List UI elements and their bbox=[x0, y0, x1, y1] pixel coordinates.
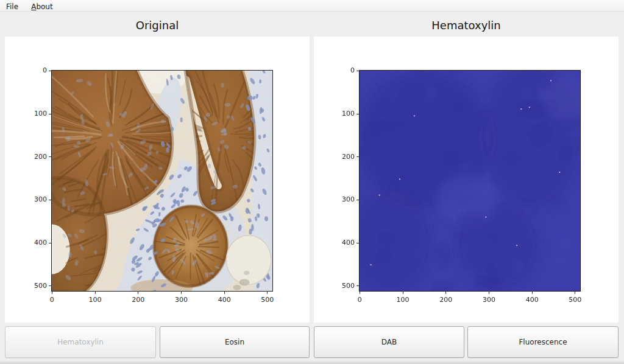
x-tick-label: 300 bbox=[175, 296, 188, 304]
y-tick-mark bbox=[49, 285, 51, 286]
x-tick-mark bbox=[489, 292, 489, 294]
y-tick-label: 500 bbox=[34, 282, 47, 290]
original-plot: 01002003004005000100200300400500 bbox=[52, 71, 272, 291]
x-tick-label: 300 bbox=[483, 296, 495, 304]
y-tick-mark bbox=[49, 200, 51, 200]
y-tick-label: 400 bbox=[342, 239, 355, 247]
hematoxylin-plot: 01002003004005000100200300400500 bbox=[360, 71, 580, 291]
x-tick-label: 500 bbox=[261, 296, 274, 304]
y-tick-label: 200 bbox=[34, 153, 47, 161]
hematoxylin-panel-title: Hematoxylin bbox=[314, 18, 619, 33]
original-panel-title: Original bbox=[5, 18, 310, 33]
y-tick-mark bbox=[49, 156, 51, 157]
x-tick-mark bbox=[445, 292, 446, 294]
x-tick-label: 200 bbox=[439, 296, 452, 304]
x-tick-label: 100 bbox=[397, 296, 410, 304]
y-tick-label: 100 bbox=[342, 110, 355, 117]
x-tick-label: 0 bbox=[50, 296, 54, 304]
y-tick-mark bbox=[356, 285, 359, 286]
hematoxylin-figure-panel: 01002003004005000100200300400500 bbox=[314, 37, 619, 323]
x-tick-mark bbox=[224, 292, 225, 294]
menubar: File About bbox=[0, 0, 624, 12]
x-tick-mark bbox=[52, 292, 52, 294]
x-tick-label: 100 bbox=[89, 296, 102, 304]
y-tick-label: 300 bbox=[342, 196, 355, 204]
x-tick-mark bbox=[181, 292, 182, 294]
y-tick-mark bbox=[356, 156, 359, 157]
x-tick-mark bbox=[360, 292, 360, 294]
y-tick-mark bbox=[356, 243, 359, 243]
y-tick-label: 400 bbox=[34, 239, 47, 247]
fluorescence-button[interactable]: Fluorescence bbox=[467, 326, 619, 358]
y-tick-mark bbox=[356, 200, 359, 200]
y-tick-label: 0 bbox=[350, 67, 355, 75]
x-tick-mark bbox=[138, 292, 138, 294]
eosin-button[interactable]: Eosin bbox=[160, 326, 310, 358]
y-tick-mark bbox=[49, 114, 51, 114]
y-tick-mark bbox=[356, 71, 359, 71]
hematoxylin-channel-image bbox=[360, 71, 580, 291]
x-tick-mark bbox=[95, 292, 96, 294]
x-tick-mark bbox=[403, 292, 403, 294]
y-tick-label: 200 bbox=[342, 153, 355, 161]
x-tick-label: 200 bbox=[132, 296, 144, 304]
y-tick-mark bbox=[49, 243, 51, 243]
x-tick-mark bbox=[267, 292, 268, 294]
dab-button[interactable]: DAB bbox=[314, 326, 464, 358]
y-tick-label: 300 bbox=[34, 196, 47, 204]
menu-about[interactable]: About bbox=[26, 1, 58, 12]
menu-file[interactable]: File bbox=[1, 1, 23, 12]
y-tick-label: 0 bbox=[43, 67, 47, 75]
x-tick-label: 400 bbox=[526, 296, 539, 304]
x-tick-label: 500 bbox=[569, 296, 581, 304]
original-figure-panel: 01002003004005000100200300400500 bbox=[5, 37, 310, 323]
hematoxylin-image bbox=[360, 71, 580, 291]
x-tick-mark bbox=[575, 292, 575, 294]
x-tick-label: 0 bbox=[358, 296, 362, 304]
y-tick-mark bbox=[49, 71, 51, 71]
x-tick-mark bbox=[532, 292, 533, 294]
y-tick-label: 500 bbox=[342, 282, 355, 290]
original-image bbox=[52, 71, 272, 291]
hematoxylin-button[interactable]: Hematoxylin bbox=[5, 326, 156, 358]
tissue-image bbox=[52, 71, 272, 291]
y-tick-label: 100 bbox=[34, 110, 47, 117]
x-tick-label: 400 bbox=[218, 296, 231, 304]
y-tick-mark bbox=[356, 114, 359, 114]
window-bottom-shade bbox=[0, 360, 624, 364]
